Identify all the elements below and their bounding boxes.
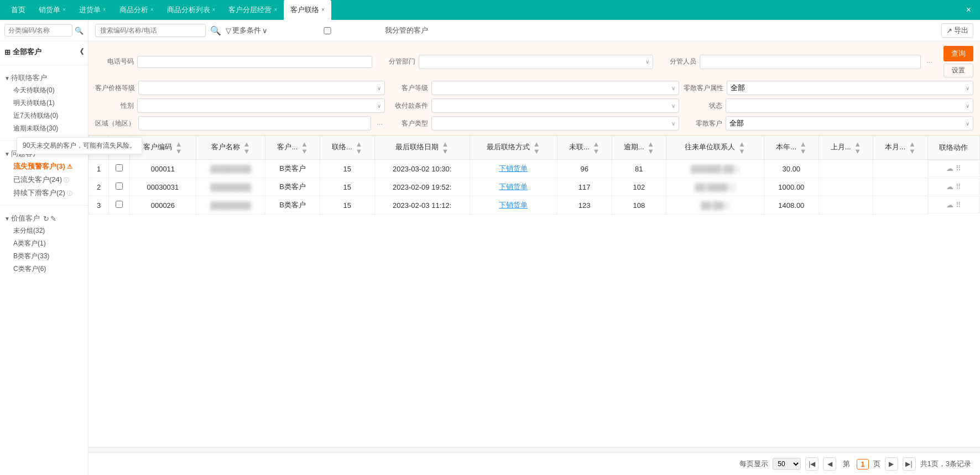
sidebar-item-class-c[interactable]: C类客户(6) [4, 263, 84, 275]
region-select[interactable] [138, 116, 371, 131]
th-last-contact-date[interactable]: 最后联络日期 ▲▼ [374, 136, 470, 160]
search-button[interactable]: 🔍 [210, 25, 221, 36]
horizontal-scrollbar[interactable] [88, 447, 980, 452]
retail-attr-select[interactable]: 全部∨ [727, 81, 973, 95]
per-page-select[interactable]: 50 100 200 [773, 458, 801, 470]
this-month-cell [873, 178, 928, 196]
row-checkbox[interactable] [116, 201, 123, 208]
dept-select[interactable]: ∨ [419, 55, 654, 69]
gender-select[interactable]: ∨ [137, 98, 385, 113]
th-contact-person[interactable]: 往来单位联系人 ▲▼ [666, 136, 764, 160]
status-select[interactable]: ∨ [726, 98, 973, 113]
tab-product-analysis[interactable]: 商品分析 × [113, 0, 160, 20]
retail-customer-select[interactable]: 全部∨ [726, 116, 973, 131]
sidebar-item-class-a[interactable]: A类客户(1) [4, 237, 84, 250]
value-customer-title[interactable]: ▼ 价值客户 ↻ ✎ [4, 211, 84, 225]
contact-count-cell: 15 [320, 196, 374, 215]
collapse-left-icon[interactable]: 《 [76, 47, 84, 57]
close-icon[interactable]: × [274, 0, 277, 20]
filter-retail-customer: 零散客户 全部∨ [684, 116, 973, 131]
sort-icon: ▲▼ [592, 140, 600, 155]
th-not-contacted[interactable]: 未联... ▲▼ [557, 136, 612, 160]
edit-icon[interactable]: ✎ [50, 215, 56, 223]
pagination-bar: 每页显示 50 100 200 |◀ ◀ 第 1 页 ▶ ▶| 共1页，3条记录 [88, 452, 980, 475]
refresh-icon[interactable]: ↻ [43, 215, 49, 223]
my-customers-checkbox[interactable] [272, 27, 383, 34]
tab-customer-contact[interactable]: 客户联络 × [284, 0, 331, 20]
sidebar-item-ungrouped[interactable]: 未分组(32) [4, 225, 84, 237]
this-year-cell: 1408.00 [764, 196, 819, 215]
close-icon[interactable]: × [212, 0, 216, 20]
price-level-select[interactable]: ∨ [138, 81, 385, 95]
customer-type-select[interactable]: ∨ [431, 116, 679, 131]
tab-purchase-order[interactable]: 进货单 × [72, 0, 113, 20]
th-this-year[interactable]: 本年... ▲▼ [764, 136, 819, 160]
sidebar-item-class-b[interactable]: B类客户(33) [4, 250, 84, 263]
th-customer-type[interactable]: 客户... ▲▼ [265, 136, 320, 160]
th-this-month[interactable]: 本月... ▲▼ [873, 136, 928, 160]
settings-button[interactable]: 设置 [943, 64, 973, 77]
more-dots-icon[interactable]: ··· [924, 58, 935, 66]
last-method-cell[interactable]: 下销货单 [470, 196, 557, 215]
th-contact-count[interactable]: 联络... ▲▼ [320, 136, 374, 160]
not-contacted-cell: 117 [557, 178, 612, 196]
payment-select[interactable]: ∨ [431, 98, 679, 113]
more-action-icon[interactable]: ⠿ [956, 182, 961, 191]
sidebar-item-churned[interactable]: 已流失客户(24) ⓘ [4, 173, 84, 186]
phone-input[interactable] [137, 56, 372, 68]
checkbox-cell[interactable] [109, 160, 130, 178]
more-conditions-button[interactable]: ▽ 更多条件 ∨ [226, 25, 268, 35]
sidebar-item-today[interactable]: 今天待联络(0) [4, 84, 84, 97]
th-overdue[interactable]: 逾期... ▲▼ [612, 136, 666, 160]
close-window-button[interactable]: × [962, 5, 976, 15]
row-checkbox[interactable] [116, 182, 123, 190]
tab-home[interactable]: 首页 [4, 0, 32, 20]
contact-action-icon[interactable]: ☁ [946, 164, 953, 173]
contact-action-icon[interactable]: ☁ [946, 201, 953, 209]
all-customers-header[interactable]: ⊞ 全部客户 《 [4, 45, 84, 59]
last-method-cell[interactable]: 下销货单 [470, 160, 557, 178]
more-dots-icon[interactable]: ··· [374, 119, 385, 128]
my-customers-checkbox-label[interactable]: 我分管的客户 [272, 25, 428, 35]
query-button[interactable]: 查询 [943, 46, 973, 61]
sidebar-item-declining[interactable]: 持续下滑客户(2) ⓘ [4, 186, 84, 200]
contact-action-icon[interactable]: ☁ [946, 182, 953, 191]
customer-level-select[interactable]: ∨ [431, 81, 679, 95]
action-cell[interactable]: ☁ ⠿ [928, 160, 980, 177]
table-header-row: ⚙ 客户编码 ▲▼ 客户名称 ▲▼ 客户... ▲▼ [89, 136, 980, 160]
checkbox-cell[interactable] [109, 196, 130, 215]
close-icon[interactable]: × [62, 0, 66, 20]
chevron-down-icon: ∨ [966, 121, 969, 127]
close-icon[interactable]: × [103, 0, 106, 20]
filter-gender: 性别 ∨ [95, 98, 385, 113]
last-method-cell[interactable]: 下销货单 [470, 178, 557, 196]
manager-select[interactable] [700, 55, 921, 69]
last-page-button[interactable]: ▶| [903, 457, 916, 471]
sidebar-search-input[interactable] [4, 24, 72, 36]
checkbox-cell[interactable] [109, 178, 130, 196]
search-input[interactable] [95, 24, 206, 37]
next-page-button[interactable]: ▶ [885, 457, 898, 471]
tab-product-analysis-list[interactable]: 商品分析列表 × [160, 0, 222, 20]
prev-page-button[interactable]: ◀ [823, 457, 836, 471]
th-last-month[interactable]: 上月... ▲▼ [819, 136, 873, 160]
action-cell[interactable]: ☁ ⠿ [928, 196, 980, 213]
more-action-icon[interactable]: ⠿ [956, 201, 961, 209]
sidebar-item-overdue[interactable]: 逾期未联络(30) [4, 122, 84, 135]
sidebar-search-icon[interactable]: 🔍 [75, 27, 84, 35]
pending-contact-title[interactable]: ▼ 待联络客户 [4, 71, 84, 84]
th-last-contact-method[interactable]: 最后联络方式 ▲▼ [470, 136, 557, 160]
first-page-button[interactable]: |◀ [805, 457, 819, 471]
action-cell[interactable]: ☁ ⠿ [928, 178, 980, 195]
tab-sales-order[interactable]: 销货单 × [32, 0, 72, 20]
close-icon[interactable]: × [321, 0, 325, 20]
more-action-icon[interactable]: ⠿ [956, 164, 961, 173]
export-button[interactable]: ↗ 导出 [941, 23, 973, 38]
close-icon[interactable]: × [150, 0, 154, 20]
sidebar-item-tomorrow[interactable]: 明天待联络(1) [4, 97, 84, 109]
row-checkbox[interactable] [116, 164, 123, 171]
tab-customer-segmentation[interactable]: 客户分层经营 × [222, 0, 284, 20]
sidebar-item-7days[interactable]: 近7天待联络(0) [4, 109, 84, 122]
sidebar-item-churn-warning[interactable]: 流失预警客户(3) ⚠ [4, 160, 84, 173]
th-name[interactable]: 客户名称 ▲▼ [196, 136, 265, 160]
